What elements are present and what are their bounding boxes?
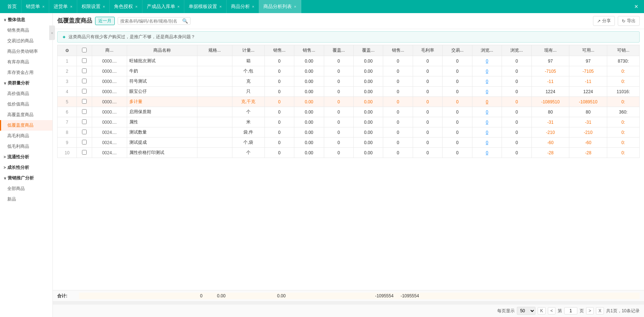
row-v1[interactable]: 0 — [472, 56, 502, 66]
row-spec — [197, 56, 232, 66]
sidebar-item-all-products[interactable]: 全部商品 — [0, 183, 52, 194]
export-button[interactable]: ↻ 导出 — [618, 16, 640, 26]
select-all-checkbox[interactable] — [82, 48, 87, 52]
row-c1: 0 — [324, 107, 353, 117]
sidebar-item-in-stock[interactable]: 有库存商品 — [0, 57, 52, 67]
row-checkbox[interactable] — [77, 138, 92, 148]
close-all-button[interactable]: × — [631, 3, 641, 11]
sidebar-item-low-margin[interactable]: 低毛利商品 — [0, 141, 52, 152]
row-v1[interactable]: 0 — [472, 148, 502, 158]
row-name[interactable]: 多计量 — [127, 97, 197, 107]
nav-sales[interactable]: 销货单 × — [21, 0, 49, 13]
sidebar-item-new-products[interactable]: 新品 — [0, 194, 52, 205]
content-area: 低覆盖度商品 近一月 🔍 ↗ 分享 ↻ 导出 ✦ 这类商品只有很少客户购买过，是… — [53, 13, 644, 317]
row-v2: 0 — [502, 97, 531, 107]
prev-page-button[interactable]: < — [548, 307, 555, 314]
sidebar-item-low-coverage[interactable]: 低覆盖度商品 — [0, 120, 52, 131]
close-icon[interactable]: × — [70, 4, 72, 9]
settings-icon[interactable]: ⚙ — [65, 48, 69, 53]
cover2-col-header: 覆盖... — [354, 45, 383, 56]
row-v1[interactable]: 0 — [472, 138, 502, 148]
row-v1[interactable]: 0 — [472, 127, 502, 138]
page-label: 第 — [558, 308, 562, 314]
row-v1[interactable]: 0 — [472, 107, 502, 117]
sidebar-collapse-button[interactable]: « — [49, 25, 55, 40]
row-checkbox[interactable] — [77, 127, 92, 138]
row-name[interactable]: 测试数量 — [127, 127, 197, 138]
row-v1[interactable]: 0 — [472, 76, 502, 87]
row-v1[interactable]: 0 — [472, 87, 502, 97]
row-name[interactable]: 启用保质期 — [127, 107, 197, 117]
sidebar-section-marketing[interactable]: ∨ 营销推广分析 — [0, 173, 52, 183]
search-icon[interactable]: 🔍 — [182, 18, 188, 24]
nav-home[interactable]: 首页 — [3, 0, 21, 13]
sidebar: ∨ 整体信息 销售类商品 交易过的商品 商品分类动销率 有库存商品 库存资金占用… — [0, 13, 53, 317]
row-name[interactable]: 符号测试 — [127, 76, 197, 87]
row-v1[interactable]: 0 — [472, 117, 502, 127]
row-checkbox[interactable] — [77, 66, 92, 76]
row-v1[interactable]: 0 — [472, 97, 502, 107]
nav-template[interactable]: 单据模板设置 × — [184, 0, 226, 13]
row-checkbox[interactable] — [77, 148, 92, 158]
first-page-button[interactable]: K — [538, 307, 546, 314]
row-avail: -31 — [569, 117, 607, 127]
row-spec — [197, 107, 232, 117]
last-page-button[interactable]: X — [596, 307, 604, 314]
sidebar-item-high-coverage[interactable]: 高覆盖度商品 — [0, 110, 52, 120]
nav-purchase[interactable]: 进货单 × — [49, 0, 77, 13]
sidebar-section-growth[interactable]: > 成长性分析 — [0, 162, 52, 173]
row-s3: 0 — [383, 87, 413, 97]
row-s3: 0 — [383, 107, 413, 117]
row-name[interactable]: 旺辅批次测试 — [127, 56, 197, 66]
close-icon[interactable]: × — [294, 4, 296, 9]
row-num: 5 — [58, 97, 77, 107]
close-icon[interactable]: × — [42, 4, 44, 9]
next-page-button[interactable]: > — [586, 307, 594, 314]
table-row: 6 0000.... 启用保质期 个 0 0.00 0 0.00 0 0 0 0… — [58, 107, 640, 117]
close-icon[interactable]: × — [177, 4, 180, 9]
sidebar-item-sales-products[interactable]: 销售类商品 — [0, 25, 52, 36]
close-icon[interactable]: × — [103, 4, 105, 9]
nav-product-stock[interactable]: 产成品入库单 × — [142, 0, 184, 13]
search-input[interactable] — [120, 19, 182, 24]
sidebar-item-high-value[interactable]: 高价值商品 — [0, 88, 52, 99]
row-s1: 0 — [264, 56, 294, 66]
sidebar-section-liquidity[interactable]: > 流通性分析 — [0, 152, 52, 162]
row-sellable: 0: — [607, 148, 640, 158]
share-button[interactable]: ↗ 分享 — [593, 16, 615, 26]
date-filter-button[interactable]: 近一月 — [95, 17, 115, 25]
row-checkbox[interactable] — [77, 87, 92, 97]
sidebar-item-stock-fund[interactable]: 库存资金占用 — [0, 67, 52, 78]
row-v1[interactable]: 0 — [472, 66, 502, 76]
row-checkbox[interactable] — [77, 76, 92, 87]
row-name[interactable]: 牛奶 — [127, 66, 197, 76]
sidebar-item-traded-products[interactable]: 交易过的商品 — [0, 36, 52, 46]
sellable-col-header: 可销... — [607, 45, 640, 56]
row-name[interactable]: 属性价格打印测试 — [127, 148, 197, 158]
sidebar-item-high-margin[interactable]: 高毛利商品 — [0, 131, 52, 141]
nav-product-analysis[interactable]: 商品分析 × — [227, 0, 259, 13]
row-checkbox[interactable] — [77, 107, 92, 117]
close-icon[interactable]: × — [135, 4, 137, 9]
close-icon[interactable]: × — [219, 4, 221, 9]
nav-roles[interactable]: 角色授权 × — [110, 0, 142, 13]
nav-product-analysis-list[interactable]: 商品分析列表 × — [259, 0, 301, 13]
settings-col-header[interactable]: ⚙ — [58, 45, 77, 56]
row-checkbox[interactable] — [77, 117, 92, 127]
sidebar-item-low-value[interactable]: 低价值商品 — [0, 99, 52, 110]
page-input[interactable] — [564, 307, 577, 314]
row-curr: 1224 — [531, 87, 569, 97]
row-checkbox[interactable] — [77, 56, 92, 66]
row-name[interactable]: 眼宝公仔 — [127, 87, 197, 97]
row-s1: 0 — [264, 117, 294, 127]
sidebar-section-overall[interactable]: ∨ 整体信息 — [0, 15, 52, 25]
checkbox-col-header[interactable] — [77, 45, 92, 56]
row-checkbox[interactable] — [77, 97, 92, 107]
per-page-select[interactable]: 50 10 20 100 — [517, 307, 535, 315]
row-name[interactable]: 属性 — [127, 117, 197, 127]
nav-permissions[interactable]: 权限设置 × — [77, 0, 110, 13]
sidebar-item-category-rate[interactable]: 商品分类动销率 — [0, 46, 52, 57]
row-name[interactable]: 测试提成 — [127, 138, 197, 148]
sidebar-section-cluster[interactable]: ∨ 类群量分析 — [0, 78, 52, 88]
close-icon[interactable]: × — [252, 4, 254, 9]
